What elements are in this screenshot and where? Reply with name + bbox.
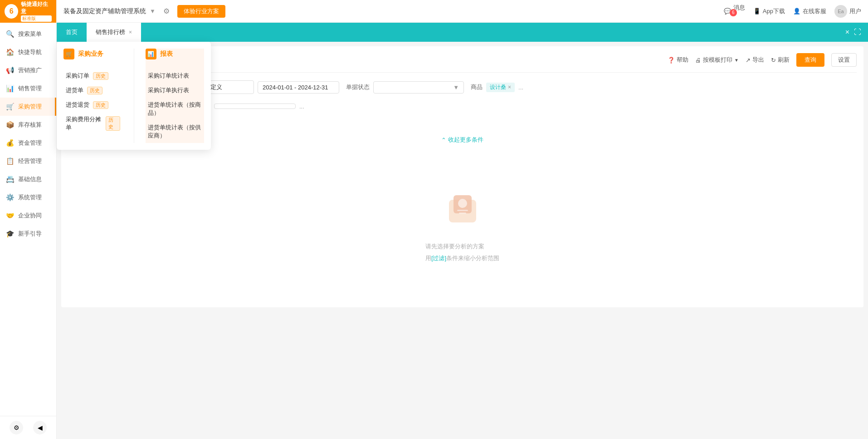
- svg-rect-4: [459, 212, 466, 214]
- report-col: 📊 报表 采购订单统计表 采购订单执行表 进货单统计表（按商品） 进货单统计表（…: [146, 49, 205, 143]
- empty-line1: 请先选择要分析的方案: [425, 241, 499, 252]
- sidebar-item-marketing[interactable]: 📢 营销推广: [0, 61, 56, 79]
- sidebar-item-purchase[interactable]: 🛒 采购管理: [0, 98, 56, 116]
- message-badge: 6: [730, 9, 737, 16]
- settings-footer-icon: ⚙: [14, 424, 20, 431]
- sidebar-item-inventory-label: 库存核算: [18, 121, 42, 129]
- settings-btn[interactable]: 设置: [831, 53, 857, 67]
- report-col-icon: 📊: [146, 49, 156, 59]
- print-arrow-icon: ▼: [734, 58, 739, 63]
- purchase-col-icon: 🛒: [63, 49, 74, 59]
- refresh-btn[interactable]: ↻ 刷新: [771, 56, 790, 64]
- tab-sales-ranking-label: 销售排行榜: [96, 28, 125, 36]
- dropdown-item-purchase-order-exec[interactable]: 采购订单执行表: [146, 83, 205, 98]
- online-service-btn[interactable]: 👤 在线客服: [793, 7, 826, 15]
- return-history-badge: 历史: [93, 101, 108, 109]
- dropdown-item-inbound-stats-goods[interactable]: 进货单统计表（按商品）: [146, 98, 205, 120]
- sidebar-item-cooperation[interactable]: 🤝 企业协同: [0, 207, 56, 225]
- basic-info-icon: 📇: [5, 175, 15, 184]
- sidebar-logo: 6 畅捷通好生意 标准版: [0, 0, 56, 23]
- header-dropdown-arrow[interactable]: ▼: [150, 8, 156, 15]
- sidebar-footer: ⚙ ◀: [0, 416, 56, 439]
- sidebar-item-operations[interactable]: 📋 经营管理: [0, 152, 56, 170]
- expense-history-badge: 历史: [106, 116, 120, 131]
- sidebar-item-search[interactable]: 🔍 搜索菜单: [0, 25, 56, 43]
- avatar: Ea: [834, 5, 847, 18]
- header-right: 💬 消息 6 📱 App下载 👤 在线客服 Ea 用户: [724, 4, 861, 19]
- sidebar-item-sales[interactable]: 📊 销售管理: [0, 79, 56, 98]
- phone-icon: 📱: [753, 8, 761, 15]
- salesperson-dots[interactable]: ...: [299, 103, 304, 110]
- user-label: 用户: [849, 7, 861, 15]
- dropdown-item-expense[interactable]: 采购费用分摊单 历史: [63, 112, 122, 135]
- sidebar-item-marketing-label: 营销推广: [18, 66, 42, 74]
- purchase-col-header: 🛒 采购业务: [63, 49, 122, 63]
- collapse-footer-btn[interactable]: ◀: [33, 421, 47, 434]
- dropdown-item-return[interactable]: 进货退货 历史: [63, 98, 122, 112]
- tabs-bar: 首页 销售排行榜 × × ⛶: [57, 23, 868, 42]
- inbound-label: 进货单: [66, 86, 83, 94]
- sidebar-item-system[interactable]: ⚙️ 系统管理: [0, 188, 56, 207]
- dropdown-item-purchase-order[interactable]: 采购订单 历史: [63, 69, 122, 83]
- sidebar-item-quick-nav[interactable]: 🏠 快捷导航: [0, 43, 56, 61]
- collapse-up-icon: ⌃: [441, 137, 446, 143]
- dropdown-item-inbound-stats-supplier[interactable]: 进货单统计表（按供应商）: [146, 120, 205, 143]
- sidebar-item-finance-label: 资金管理: [18, 139, 42, 147]
- message-btn[interactable]: 💬 消息 6: [724, 4, 745, 19]
- help-btn[interactable]: ❓ 帮助: [668, 56, 688, 64]
- sidebar-item-guide-label: 新手引导: [18, 230, 42, 238]
- svg-point-2: [458, 199, 467, 208]
- date-range-input[interactable]: 2024-01-01 - 2024-12-31: [258, 81, 339, 94]
- sidebar-item-cooperation-label: 企业协同: [18, 212, 42, 220]
- purchase-order-history-badge: 历史: [93, 72, 108, 80]
- settings-footer-btn[interactable]: ⚙: [10, 421, 23, 434]
- empty-state: 请先选择要分析的方案 用[过滤]条件来缩小分析范围: [68, 150, 857, 301]
- maximize-window-btn[interactable]: ⛶: [854, 28, 861, 36]
- salesperson-select[interactable]: [214, 104, 296, 109]
- logo-badge: 标准版: [21, 15, 52, 22]
- header-gear-btn[interactable]: ⚙: [160, 5, 173, 18]
- close-window-btn[interactable]: ×: [845, 28, 849, 36]
- report-col-title: 报表: [160, 50, 173, 58]
- tab-home[interactable]: 首页: [57, 23, 87, 42]
- inbound-stats-goods-label: 进货单统计表（按商品）: [148, 101, 202, 117]
- purchase-order-stats-label: 采购订单统计表: [148, 72, 189, 80]
- inbound-stats-supplier-label: 进货单统计表（按供应商）: [148, 123, 202, 140]
- sidebar-item-inventory[interactable]: 📦 库存核算: [0, 116, 56, 134]
- goods-tag-close-icon[interactable]: ×: [508, 84, 511, 90]
- cooperation-icon: 🤝: [5, 211, 15, 220]
- dropdown-columns: 🛒 采购业务 采购订单 历史 进货单 历史 进货退货 历史 采购费用分摊单 历史: [63, 49, 204, 143]
- industry-btn[interactable]: 体验行业方案: [177, 5, 225, 18]
- header-title: 装备及固定资产辅助管理系统: [63, 7, 146, 15]
- filter-goods: 商品 设计桑 × ...: [471, 83, 523, 92]
- print-label: 按模板打印: [703, 56, 732, 64]
- dropdown-item-purchase-order-stats[interactable]: 采购订单统计表: [146, 69, 205, 83]
- doc-status-label: 单据状态: [346, 83, 370, 91]
- print-btn[interactable]: 🖨 按模板打印 ▼: [695, 56, 739, 64]
- logo-name: 畅捷通好生意: [21, 1, 52, 15]
- sidebar-item-finance[interactable]: 💰 资金管理: [0, 134, 56, 152]
- app-download-btn[interactable]: 📱 App下载: [753, 7, 785, 15]
- filter-doc-status: 单据状态 ▼: [346, 81, 464, 94]
- sidebar-item-system-label: 系统管理: [18, 193, 42, 202]
- online-service-label: 在线客服: [803, 7, 826, 15]
- sidebar-item-guide[interactable]: 🎓 新手引导: [0, 225, 56, 243]
- dropdown-item-inbound[interactable]: 进货单 历史: [63, 83, 122, 98]
- export-btn[interactable]: ↗ 导出: [746, 56, 764, 64]
- filter-highlight: [过滤]: [431, 255, 446, 261]
- goods-more-dots[interactable]: ...: [518, 84, 523, 91]
- purchase-icon: 🛒: [5, 102, 15, 111]
- expense-label: 采购费用分摊单: [66, 115, 102, 132]
- sidebar-item-basic-info[interactable]: 📇 基础信息: [0, 170, 56, 188]
- tab-sales-ranking[interactable]: 销售排行榜 ×: [87, 23, 141, 42]
- date-range-value: 2024-01-01 - 2024-12-31: [263, 84, 328, 91]
- goods-tag[interactable]: 设计桑 ×: [486, 83, 515, 92]
- purchase-col-title: 采购业务: [78, 50, 103, 58]
- doc-status-select[interactable]: ▼: [373, 81, 464, 94]
- query-btn[interactable]: 查询: [796, 53, 824, 67]
- user-avatar-btn[interactable]: Ea 用户: [834, 5, 861, 18]
- search-menu-icon: 🔍: [5, 30, 15, 39]
- inbound-history-badge: 历史: [87, 87, 102, 94]
- tab-close-btn[interactable]: ×: [129, 29, 132, 35]
- refresh-icon: ↻: [771, 57, 776, 64]
